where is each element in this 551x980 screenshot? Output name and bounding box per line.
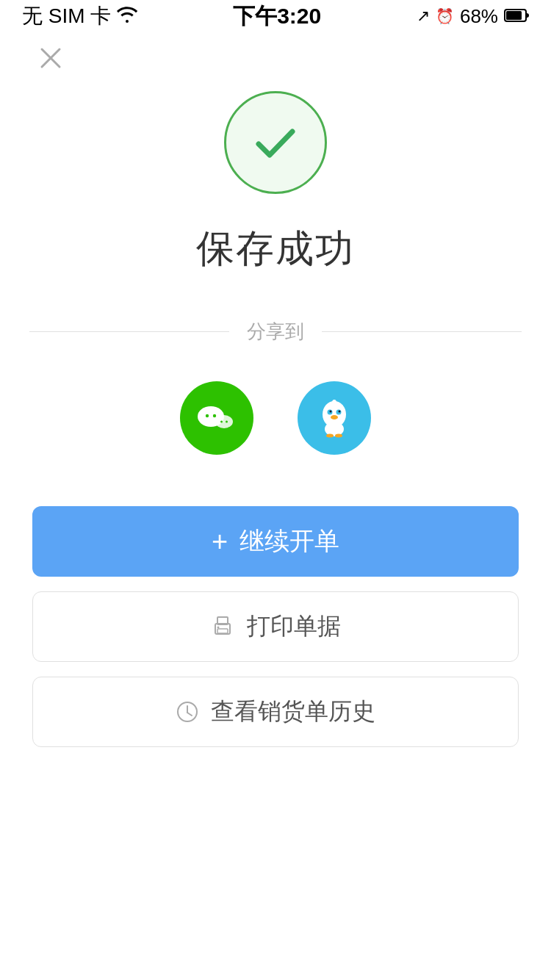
- status-right: ↗ ⏰ 68%: [417, 5, 529, 28]
- wechat-share-button[interactable]: [180, 381, 253, 455]
- status-bar: 无 SIM 卡 下午3:20 ↗ ⏰ 68%: [0, 0, 551, 32]
- svg-point-8: [220, 421, 223, 423]
- battery-percent: 68%: [460, 5, 498, 28]
- print-label: 打印单据: [247, 610, 341, 643]
- status-time: 下午3:20: [233, 1, 321, 32]
- location-icon: ↗: [417, 7, 430, 26]
- qq-share-button[interactable]: [298, 381, 371, 455]
- svg-point-19: [332, 400, 336, 406]
- action-buttons: + 继续开单 打印单据 查看销货单历史: [0, 506, 551, 747]
- wechat-icon: [195, 396, 239, 440]
- svg-point-18: [335, 434, 342, 438]
- qq-icon: [313, 397, 356, 439]
- share-label: 分享到: [229, 319, 322, 345]
- checkmark-icon: [250, 117, 301, 168]
- svg-line-26: [187, 713, 192, 716]
- svg-point-9: [226, 421, 228, 423]
- plus-icon: +: [212, 526, 228, 558]
- print-button[interactable]: 打印单据: [32, 591, 519, 662]
- wifi-icon: [117, 4, 137, 28]
- alarm-icon: ⏰: [436, 7, 454, 25]
- success-title: 保存成功: [196, 223, 355, 275]
- battery-icon: [504, 6, 529, 26]
- close-button[interactable]: [32, 40, 69, 76]
- svg-point-15: [331, 415, 338, 419]
- continue-button[interactable]: + 继续开单: [32, 506, 519, 577]
- share-icons-group: [180, 381, 371, 455]
- svg-point-23: [217, 627, 220, 629]
- divider-right: [322, 331, 522, 332]
- no-sim-label: 无 SIM 卡: [22, 2, 111, 30]
- svg-point-7: [213, 414, 216, 417]
- svg-point-5: [215, 415, 233, 428]
- main-content: 保存成功 分享到: [0, 32, 551, 747]
- clock-icon: [176, 700, 199, 724]
- success-icon-circle: [224, 91, 327, 194]
- history-label: 查看销货单历史: [211, 696, 375, 728]
- svg-point-17: [326, 434, 334, 438]
- share-divider: 分享到: [0, 319, 551, 345]
- svg-point-14: [339, 411, 341, 413]
- svg-point-16: [325, 422, 344, 436]
- svg-rect-22: [217, 629, 228, 633]
- status-left: 无 SIM 卡: [22, 2, 137, 30]
- svg-rect-1: [506, 11, 522, 20]
- svg-point-6: [206, 414, 209, 417]
- continue-label: 继续开单: [240, 525, 339, 558]
- svg-point-13: [330, 411, 332, 413]
- divider-left: [29, 331, 229, 332]
- printer-icon: [210, 614, 235, 639]
- history-button[interactable]: 查看销货单历史: [32, 677, 519, 747]
